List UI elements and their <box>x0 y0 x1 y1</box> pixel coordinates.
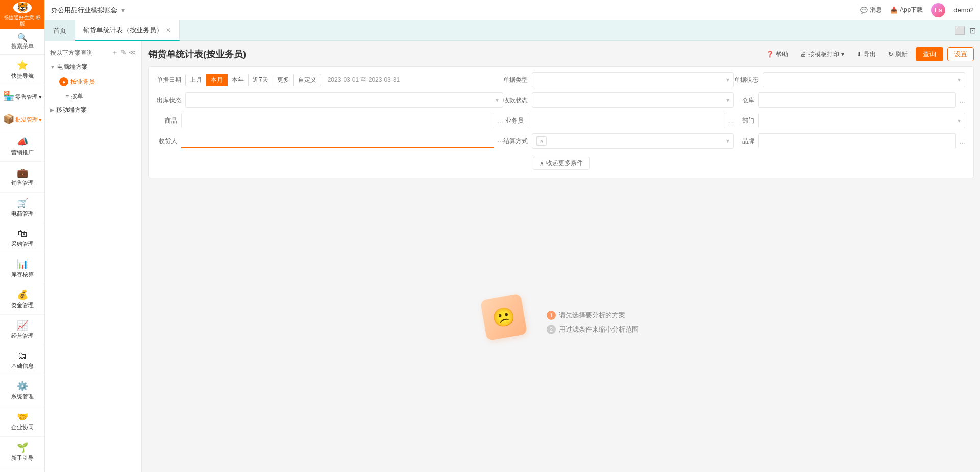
sidebar-item-newbie[interactable]: 🌱 新手引导 <box>0 437 44 467</box>
consignee-dots[interactable]: ··· <box>497 137 503 145</box>
goods-label: 商品 <box>157 116 181 125</box>
date-tab-more[interactable]: 更多 <box>273 74 294 86</box>
filter-row-4: 收货人 ··· 结算方式 × <box>157 133 965 149</box>
date-tab-custom[interactable]: 自定义 <box>293 74 321 86</box>
search-menu[interactable]: 🔍 搜索菜单 <box>0 29 44 55</box>
outstatus-caret: ▾ <box>496 97 499 104</box>
filter-cell-docstatus: 单据状态 ▾ <box>734 72 965 87</box>
tab-close-icon[interactable]: ✕ <box>166 27 171 34</box>
date-tab-last7[interactable]: 近7天 <box>248 74 273 86</box>
messages-action[interactable]: 💬 消息 <box>860 6 882 14</box>
docstatus-caret: ▾ <box>958 76 961 83</box>
outstatus-label: 出库状态 <box>157 96 185 105</box>
filter-cell-payment: 结算方式 × ▾ <box>503 133 734 149</box>
brand-widget: ... <box>758 133 965 149</box>
sidebar-item-marketing[interactable]: 📣 营销推广 <box>0 131 44 162</box>
help-btn[interactable]: ❓ 帮助 <box>762 48 792 61</box>
panel-edit-btn[interactable]: ✎ <box>120 48 127 57</box>
finance-icon: 💰 <box>17 289 28 300</box>
print-btn[interactable]: 🖨 按模板打印 ▾ <box>796 48 848 61</box>
plan-item-by-staff[interactable]: ● 按业务员 <box>45 74 141 89</box>
sidebar-item-sales[interactable]: 💼 销售管理 <box>0 162 44 193</box>
settings-btn[interactable]: 设置 <box>947 47 974 61</box>
sidebar-item-ops[interactable]: 📈 经营管理 <box>0 315 44 345</box>
sidebar-item-appstore[interactable]: 📱 应用中心 <box>0 467 44 472</box>
outstatus-select[interactable]: ▾ <box>185 92 503 108</box>
refresh-label: 刷新 <box>895 50 908 59</box>
filter-area: 单据日期 上月 本月 本年 <box>148 66 974 178</box>
message-icon: 💬 <box>860 7 868 14</box>
docstatus-widget: ▾ <box>763 72 965 87</box>
filter-row-3: 商品 ... 业务员 ... 部门 <box>157 113 965 128</box>
sidebar-item-wholesale[interactable]: 📦 批发管理 ▾ <box>0 108 44 131</box>
payment-tag: × <box>536 136 547 146</box>
collapse-btn[interactable]: ∧ 收起更多条件 <box>533 157 590 170</box>
empty-icon-inner: 😕 <box>480 293 528 341</box>
staff-dots[interactable]: ... <box>728 116 734 125</box>
dept-select[interactable]: ▾ <box>758 113 965 128</box>
tab-sales-stat[interactable]: 销货单统计表（按业务员） ✕ <box>75 20 180 41</box>
empty-hint-2: 2 用过滤条件来缩小分析范围 <box>547 325 639 334</box>
sidebar-item-retail[interactable]: 🏪 零售管理 ▾ <box>0 85 44 108</box>
docstatus-select[interactable]: ▾ <box>763 72 965 87</box>
export-btn[interactable]: ⬇ 导出 <box>852 48 880 61</box>
consignee-input[interactable] <box>181 134 494 148</box>
refresh-btn[interactable]: ↻ 刷新 <box>884 48 912 61</box>
sidebar-item-system[interactable]: ⚙️ 系统管理 <box>0 375 44 406</box>
panel-collapse-btn[interactable]: ≪ <box>129 48 136 57</box>
brand-input[interactable] <box>758 133 956 149</box>
sidebar-item-quicknav[interactable]: ⭐ 快捷导航 <box>0 55 44 85</box>
sidebar-item-purchase[interactable]: 🛍 采购管理 <box>0 223 44 253</box>
collectstatus-select[interactable]: ▾ <box>532 92 734 108</box>
search-label: 搜索菜单 <box>11 42 34 50</box>
tab-maximize-icon[interactable]: ⊡ <box>969 26 976 35</box>
top-dropdown-icon[interactable]: ▾ <box>121 7 125 14</box>
hint2-text: 用过滤条件来缩小分析范围 <box>559 325 639 334</box>
top-title: 办公用品行业模拟账套 <box>51 6 117 15</box>
dept-caret: ▾ <box>958 117 961 124</box>
page-title: 销货单统计表(按业务员) <box>148 48 246 60</box>
mobile-group-header[interactable]: ▶ 移动端方案 <box>45 103 141 117</box>
tab-home[interactable]: 首页 <box>45 20 75 41</box>
date-tab-this-year[interactable]: 本年 <box>227 74 249 86</box>
desktop-group: ▼ 电脑端方案 ● 按业务员 ≡ 按单 <box>45 60 141 103</box>
quicknav-label: 快捷导航 <box>11 72 34 80</box>
sidebar-item-base[interactable]: 🗂 基础信息 <box>0 345 44 375</box>
export-label: 导出 <box>864 50 876 59</box>
plan-item-by-staff-icon: ● <box>59 77 68 86</box>
enterprise-icon: 🤝 <box>17 411 28 422</box>
username[interactable]: demo2 <box>953 6 974 14</box>
payment-select[interactable]: × ▾ <box>532 133 734 149</box>
warehouse-input[interactable] <box>758 92 956 108</box>
plan-sub-item-by-order[interactable]: ≡ 按单 <box>45 89 141 103</box>
payment-tag-close[interactable]: × <box>540 138 543 144</box>
topbar-left: 办公用品行业模拟账套 ▾ <box>51 6 125 15</box>
goods-input[interactable] <box>181 113 494 128</box>
app-download-label: App下载 <box>900 6 923 14</box>
filter-cell-doctype: 单据类型 ▾ <box>503 72 734 87</box>
finance-label: 资金管理 <box>11 301 34 309</box>
staff-input[interactable] <box>528 113 725 128</box>
help-icon: ❓ <box>766 51 774 58</box>
sidebar-item-enterprise[interactable]: 🤝 企业协同 <box>0 406 44 437</box>
main-area: 办公用品行业模拟账套 ▾ 💬 消息 📥 App下载 Ea demo2 首页 销货… <box>45 0 980 472</box>
panel-add-btn[interactable]: ＋ <box>111 48 118 57</box>
avatar[interactable]: Ea <box>931 3 945 17</box>
date-tab-last-month[interactable]: 上月 <box>185 74 207 86</box>
warehouse-dots[interactable]: ... <box>959 96 965 104</box>
goods-dots[interactable]: ... <box>497 116 503 125</box>
tab-minimize-icon[interactable]: ⬜ <box>955 26 965 35</box>
filter-cell-outstatus: 出库状态 ▾ <box>157 92 503 108</box>
date-tab-this-month[interactable]: 本月 <box>206 74 228 86</box>
collapse-icon: ∧ <box>540 160 544 167</box>
tab-home-label: 首页 <box>53 26 66 35</box>
sidebar-item-finance[interactable]: 💰 资金管理 <box>0 284 44 315</box>
brand-dots[interactable]: ... <box>959 137 965 145</box>
sidebar-item-inventory[interactable]: 📊 库存核算 <box>0 253 44 284</box>
doctype-select[interactable]: ▾ <box>532 72 734 87</box>
desktop-group-header[interactable]: ▼ 电脑端方案 <box>45 60 141 74</box>
topbar-right: 💬 消息 📥 App下载 Ea demo2 <box>860 3 974 17</box>
sidebar-item-ecommerce[interactable]: 🛒 电商管理 <box>0 193 44 223</box>
query-btn[interactable]: 查询 <box>916 47 943 61</box>
app-download-action[interactable]: 📥 App下载 <box>890 6 923 14</box>
